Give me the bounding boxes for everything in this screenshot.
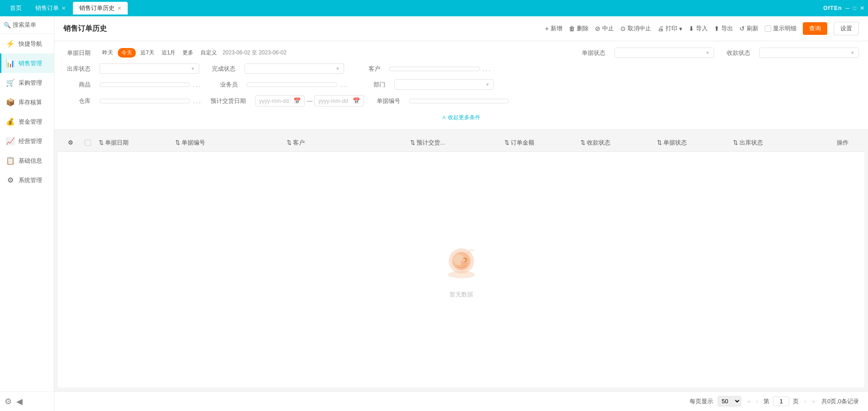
th-pay-status[interactable]: ⇅ 收款状态 xyxy=(578,139,654,147)
search-icon: 🔍 xyxy=(4,22,11,29)
tab-sales-order-close[interactable]: ✕ xyxy=(62,5,66,11)
tab-sales-order[interactable]: 销售订单 ✕ xyxy=(29,2,72,15)
date-tag-7days[interactable]: 近7天 xyxy=(138,48,157,58)
date-tags: 昨天 今天 近7天 近1月 更多 自定义 xyxy=(100,48,220,58)
date-filter-control: 昨天 今天 近7天 近1月 更多 自定义 2023-06-02 至 2023-0… xyxy=(100,48,569,58)
first-page-button[interactable]: « xyxy=(746,397,753,406)
sidebar-item-inventory[interactable]: 📦 库存核算 xyxy=(0,92,54,112)
sidebar-item-purchase[interactable]: 🛒 采购管理 xyxy=(0,73,54,92)
delivery-date-start[interactable]: yyyy-mm-dd 📅 xyxy=(255,95,305,106)
customer-input[interactable] xyxy=(389,67,480,71)
btn-export[interactable]: ⬆ 导出 xyxy=(714,24,733,33)
delivery-date-start-value: yyyy-mm-dd xyxy=(259,98,288,104)
show-detail-checkbox[interactable] xyxy=(765,25,771,32)
btn-print[interactable]: 🖨 打印 ▾ xyxy=(657,24,682,33)
date-tag-more[interactable]: 更多 xyxy=(180,48,196,58)
complete-status-filter-label: 完成状态 xyxy=(208,65,235,73)
sidebar-item-finance[interactable]: 💰 资金管理 xyxy=(0,112,54,131)
tab-sales-history-close[interactable]: ✕ xyxy=(117,5,121,11)
sidebar-settings-icon[interactable]: ⚙ xyxy=(5,396,12,406)
customer-dots-button[interactable]: ... xyxy=(483,65,491,73)
inventory-icon: 📦 xyxy=(6,98,15,106)
svg-line-7 xyxy=(470,250,474,251)
out-status-select[interactable]: ▾ xyxy=(100,63,199,74)
close-button[interactable]: ✕ xyxy=(860,5,864,11)
th-no-label: 单据编号 xyxy=(182,139,205,147)
per-page-select[interactable]: 50 10 20 100 xyxy=(718,396,741,406)
sidebar-search-label: 搜索菜单 xyxy=(13,21,36,29)
btn-print-label: 打印 xyxy=(666,24,677,33)
tab-sales-history[interactable]: 销售订单历史 ✕ xyxy=(73,2,128,15)
btn-refresh[interactable]: ↺ 刷新 xyxy=(739,24,758,33)
dept-select[interactable]: ▾ xyxy=(394,79,494,90)
date-tag-1month[interactable]: 近1月 xyxy=(159,48,178,58)
quicknav-icon: ⚡ xyxy=(6,39,15,48)
minimize-button[interactable]: ─ xyxy=(845,5,849,11)
date-tag-custom[interactable]: 自定义 xyxy=(198,48,220,58)
btn-import[interactable]: ⬇ 导入 xyxy=(689,24,708,33)
table-body: 暂无数据 xyxy=(58,152,864,387)
sidebar-item-sales[interactable]: 📊 销售管理 xyxy=(0,53,54,73)
btn-stop-label: 中止 xyxy=(602,24,614,33)
warehouse-input[interactable] xyxy=(100,99,190,103)
finance-icon: 💰 xyxy=(6,117,15,126)
btn-add[interactable]: + 新增 xyxy=(545,24,562,33)
complete-status-select[interactable]: ▾ xyxy=(245,63,344,74)
th-action: 操作 xyxy=(825,139,861,147)
collapse-button[interactable]: ∧ 收起更多条件 xyxy=(63,112,859,123)
dept-arrow-icon: ▾ xyxy=(486,82,489,87)
btn-cancel-stop[interactable]: ⊙ 取消中止 xyxy=(620,24,651,33)
date-tag-today[interactable]: 今天 xyxy=(118,48,136,58)
next-page-button[interactable]: › xyxy=(802,397,808,406)
dept-filter-label: 部门 xyxy=(358,81,385,89)
cancel-stop-icon: ⊙ xyxy=(620,25,626,32)
print-arrow-icon: ▾ xyxy=(679,25,682,32)
page-number-input[interactable] xyxy=(773,396,789,406)
th-amount[interactable]: ⇅ 订单金额 xyxy=(502,139,578,147)
btn-stop[interactable]: ⊘ 中止 xyxy=(595,24,614,33)
sidebar-item-operations[interactable]: 📈 经营管理 xyxy=(0,131,54,151)
table-area: ⚙ ⇅ 单据日期 ⇅ 单据编号 ⇅ 客户 ⇅ xyxy=(58,134,864,387)
goods-dots-button[interactable]: ... xyxy=(193,81,201,89)
query-button[interactable]: 查询 xyxy=(803,22,827,35)
sidebar-item-system[interactable]: ⚙ 系统管理 xyxy=(0,170,54,190)
tab-home-label: 首页 xyxy=(10,4,22,12)
sidebar-search[interactable]: 🔍 搜索菜单 xyxy=(0,16,54,34)
page-header: 销售订单历史 + 新增 🗑 删除 ⊘ 中止 ⊙ 取消中止 xyxy=(54,16,868,41)
warehouse-dots-button[interactable]: ... xyxy=(193,97,201,105)
select-all-checkbox[interactable] xyxy=(85,140,91,146)
prev-page-button[interactable]: ‹ xyxy=(754,397,760,406)
main-layout: 🔍 搜索菜单 ⚡ 快捷导航 📊 销售管理 🛒 采购管理 📦 库存核算 💰 资金管… xyxy=(0,16,868,411)
settings-button[interactable]: 设置 xyxy=(834,22,859,35)
th-out-status[interactable]: ⇅ 出库状态 xyxy=(730,139,825,147)
th-no[interactable]: ⇅ 单据编号 xyxy=(173,139,284,147)
doc-no-input[interactable] xyxy=(409,99,509,103)
th-date[interactable]: ⇅ 单据日期 xyxy=(96,139,173,147)
salesperson-input[interactable] xyxy=(247,82,337,87)
import-icon: ⬇ xyxy=(689,25,694,32)
salesperson-dots-button[interactable]: ... xyxy=(340,81,349,89)
sidebar-item-basic-info[interactable]: 📋 基础信息 xyxy=(0,151,54,170)
th-customer[interactable]: ⇅ 客户 xyxy=(284,139,408,147)
tab-bar: 首页 销售订单 ✕ 销售订单历史 ✕ xyxy=(4,0,128,16)
pay-status-select[interactable]: ▾ xyxy=(759,48,859,58)
sidebar-item-quicknav[interactable]: ⚡ 快捷导航 xyxy=(0,34,54,53)
maximize-button[interactable]: □ xyxy=(853,5,856,11)
th-doc-status[interactable]: ⇅ 单据状态 xyxy=(654,139,731,147)
content-area: 销售订单历史 + 新增 🗑 删除 ⊘ 中止 ⊙ 取消中止 xyxy=(54,16,868,411)
th-date-label: 单据日期 xyxy=(105,139,129,147)
goods-input[interactable] xyxy=(100,82,190,87)
filter-row-status: 出库状态 ▾ 完成状态 ▾ 客户 ... xyxy=(63,63,859,74)
settings-icon[interactable]: ⚙ xyxy=(68,139,73,146)
filter-row-goods: 商品 ... 业务员 ... 部门 ▾ xyxy=(63,79,859,90)
doc-status-select[interactable]: ▾ xyxy=(614,48,714,58)
tab-home[interactable]: 首页 xyxy=(4,2,28,15)
th-delivery[interactable]: ⇅ 预计交货... xyxy=(408,139,502,147)
top-bar-right: OfTEn ─ □ ✕ xyxy=(823,5,864,11)
btn-delete[interactable]: 🗑 删除 xyxy=(569,24,589,33)
last-page-button[interactable]: » xyxy=(810,397,817,406)
delivery-date-end[interactable]: yyyy-mm-dd 📅 xyxy=(314,95,364,106)
total-info: 共0页,0条记录 xyxy=(821,397,859,406)
sidebar-collapse-icon[interactable]: ◀ xyxy=(16,396,23,406)
date-tag-yesterday[interactable]: 昨天 xyxy=(100,48,116,58)
